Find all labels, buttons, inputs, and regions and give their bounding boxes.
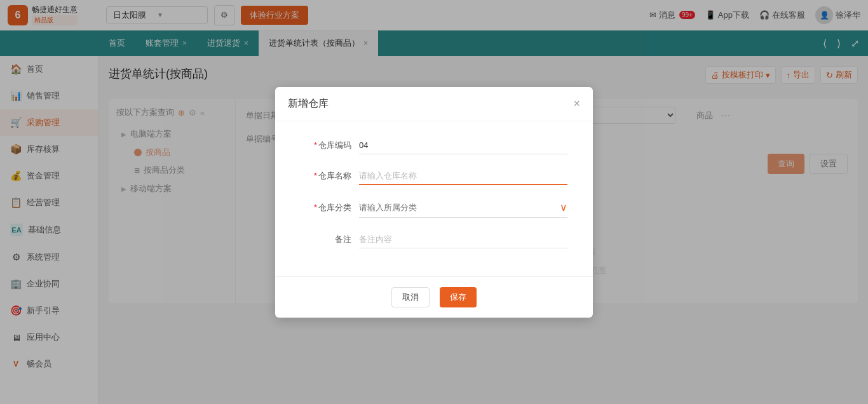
modal-overlay[interactable]: 新增仓库 × 仓库编码 仓库名称 仓库分类 ∨: [0, 0, 868, 404]
code-label: 仓库编码: [301, 140, 351, 151]
form-row-category: 仓库分类 ∨: [301, 198, 567, 218]
modal-body: 仓库编码 仓库名称 仓库分类 ∨ 备注: [275, 121, 593, 276]
category-select-row[interactable]: ∨: [359, 198, 567, 218]
form-row-note: 备注: [301, 231, 567, 248]
form-row-name: 仓库名称: [301, 167, 567, 185]
modal-footer: 取消 保存: [275, 276, 593, 318]
form-row-code: 仓库编码: [301, 137, 567, 154]
save-button[interactable]: 保存: [440, 287, 477, 307]
category-input[interactable]: [359, 203, 560, 212]
code-input[interactable]: [359, 137, 567, 154]
name-label: 仓库名称: [301, 170, 351, 182]
category-label: 仓库分类: [301, 202, 351, 213]
cancel-button[interactable]: 取消: [391, 287, 430, 307]
note-input[interactable]: [359, 231, 567, 248]
name-input[interactable]: [359, 167, 567, 185]
category-arrow-icon: ∨: [560, 201, 567, 213]
warehouse-modal: 新增仓库 × 仓库编码 仓库名称 仓库分类 ∨: [275, 87, 593, 318]
modal-header: 新增仓库 ×: [275, 87, 593, 121]
modal-title: 新增仓库: [288, 97, 329, 111]
modal-close-button[interactable]: ×: [573, 98, 580, 109]
note-label: 备注: [301, 234, 351, 245]
